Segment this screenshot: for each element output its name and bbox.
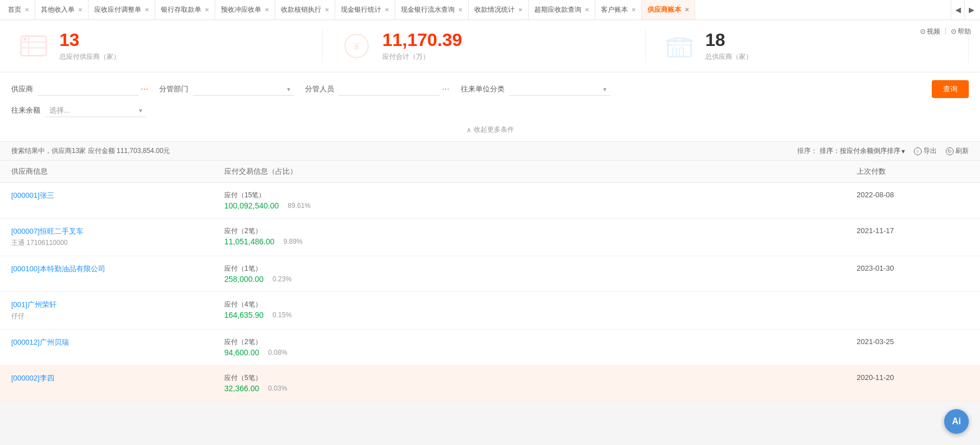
supplier-dots[interactable]: ··· [141,84,148,94]
close-tab-cash-bank-flow[interactable]: ✕ [458,7,463,13]
transaction-type-3: 应付（1笔） [224,264,857,274]
filter-section: 供应商 ··· 分管部门 分管人员 ··· 往来单位分类 [0,72,980,142]
lastpay-2: 2021-11-17 [857,226,969,235]
person-input[interactable] [339,82,440,96]
close-tab-other-income[interactable]: ✕ [78,7,82,13]
collapse-label: 收起更多条件 [474,125,514,135]
close-tab-prepay[interactable]: ✕ [265,7,269,13]
tab-prepay[interactable]: 预收冲应收单 ✕ [215,0,275,20]
payable-supplier-icon [17,29,50,63]
table-row[interactable]: [000002]李四 应付（5笔） 32,366.00 0.03% 2020-1… [0,365,980,401]
transaction-percent-4: 0.15% [272,311,292,319]
transaction-percent-1: 89.61% [288,202,311,210]
dept-select[interactable] [193,82,294,96]
close-tab-supplier-account[interactable]: ✕ [685,7,689,13]
col-header-transaction: 应付交易信息（占比） [224,166,857,177]
close-tab-ap-adj[interactable]: ✕ [145,7,149,13]
tab-supplier-account[interactable]: 供应商账本 ✕ [642,0,695,20]
svg-point-1 [24,38,26,40]
payable-amount-value: 11,170.39 [382,30,462,50]
table-row[interactable]: [001]广州荣轩 仔仔 应付（4笔） 164,635.90 0.15% [0,292,980,330]
supplier-info-4: [001]广州荣轩 仔仔 [11,300,224,321]
filter-person: 分管人员 ··· [305,82,449,96]
tab-other-income[interactable]: 其他收入单 ✕ [35,0,89,20]
transaction-type-2: 应付（2笔） [224,226,857,236]
tab-home[interactable]: 首页 ✕ [2,0,35,20]
lastpay-date-3: 2023-01-30 [857,264,894,272]
filter-category: 往来单位分类 [461,82,610,96]
supplier-link-4[interactable]: [001]广州荣轩 [11,300,57,309]
transaction-type-6: 应付（5笔） [224,373,857,383]
balance-label: 往来余额 [11,105,40,115]
table-row[interactable]: [000100]本特勤油品有限公司 应付（1笔） 258,000.00 0.23… [0,256,980,292]
supplier-input[interactable] [38,82,138,96]
lastpay-date-5: 2021-03-25 [857,337,894,346]
payable-amount-label: 应付合计（万） [382,52,462,62]
transaction-info-3: 应付（1笔） 258,000.00 0.23% [224,264,857,284]
export-button[interactable]: ○ 导出 [914,146,937,156]
close-tab-overdue[interactable]: ✕ [585,7,589,13]
transaction-row-6: 32,366.00 0.03% [224,384,857,393]
collapse-arrow: ∧ [466,126,471,134]
nav-arrows: ◀ ▶ [951,0,978,20]
help-link[interactable]: ⊙帮助 [951,27,971,36]
payable-supplier-count: 13 [59,30,120,50]
table-row[interactable]: [000007]恒旺二手叉车 王通 17106110000 应付（2笔） 11,… [0,219,980,256]
transaction-amount-5: 94,600.00 [224,348,259,357]
supplier-contact-2: 王通 17106110000 [11,238,224,248]
tab-collection-stat[interactable]: 收款情况统计 ✕ [469,0,529,20]
lastpay-1: 2022-08-08 [857,191,969,199]
tab-ap-adj[interactable]: 应收应付调整单 ✕ [89,0,155,20]
filter-supplier: 供应商 ··· [11,82,148,96]
query-button[interactable]: 查询 [932,80,969,98]
supplier-link-3[interactable]: [000100]本特勤油品有限公司 [11,265,105,273]
sort-link[interactable]: 排序：按应付余额倒序排序 ▾ [820,146,905,156]
nav-arrow-left[interactable]: ◀ [951,0,964,20]
close-tab-collection[interactable]: ✕ [325,7,329,13]
balance-select[interactable]: 选择... [45,104,146,117]
filter-row-2: 往来余额 选择... [11,104,969,117]
result-bar: 搜索结果中，供应商13家 应付金额 111,703,854.00元 排序： 排序… [0,142,980,161]
transaction-row-4: 164,635.90 0.15% [224,310,857,319]
close-tab-home[interactable]: ✕ [25,7,29,13]
transaction-amount-4: 164,635.90 [224,310,264,319]
refresh-button[interactable]: ↻ 刷新 [946,146,969,156]
total-supplier-label: 总供应商（家） [705,52,752,62]
supplier-link-1[interactable]: [000001]张三 [11,191,54,200]
svg-text:¥: ¥ [354,40,360,52]
close-tab-collection-stat[interactable]: ✕ [518,7,523,13]
collapse-bar[interactable]: ∧ 收起更多条件 [11,123,969,137]
close-tab-bank-deposit[interactable]: ✕ [205,7,209,13]
tab-cash-bank-flow[interactable]: 现金银行流水查询 ✕ [395,0,469,20]
sort-arrow: ▾ [902,147,905,155]
supplier-link-6[interactable]: [000002]李四 [11,374,54,382]
video-link[interactable]: ⊙视频 [920,27,940,36]
transaction-info-2: 应付（2笔） 11,051,486.00 9.89% [224,226,857,246]
tab-bank-deposit[interactable]: 银行存取款单 ✕ [155,0,215,20]
payable-supplier-label: 总应付供应商（家） [59,52,120,62]
total-supplier-content: 18 总供应商（家） [705,30,752,62]
tab-cash-bank-stat[interactable]: 现金银行统计 ✕ [335,0,395,20]
close-tab-cash-bank-stat[interactable]: ✕ [385,7,389,13]
supplier-link-5[interactable]: [000012]广州贝瑞 [11,338,69,346]
tab-collection[interactable]: 收款核销执行 ✕ [275,0,335,20]
dept-select-wrap [193,82,294,96]
person-label: 分管人员 [305,84,334,94]
transaction-row-5: 94,600.00 0.08% [224,348,857,357]
close-tab-customer-account[interactable]: ✕ [631,7,636,13]
person-dots[interactable]: ··· [442,84,449,94]
tab-customer-account[interactable]: 客户账本 ✕ [595,0,642,20]
table-row[interactable]: [000012]广州贝瑞 应付（2笔） 94,600.00 0.08% 2021… [0,330,980,365]
category-label: 往来单位分类 [461,84,505,94]
transaction-amount-1: 100,092,540.00 [224,201,279,210]
result-actions: 排序： 排序：按应付余额倒序排序 ▾ ○ 导出 ↻ 刷新 [797,146,969,156]
nav-arrow-right[interactable]: ▶ [964,0,978,20]
tab-overdue[interactable]: 超期应收款查询 ✕ [529,0,595,20]
supplier-link-2[interactable]: [000007]恒旺二手叉车 [11,227,84,235]
supplier-info-5: [000012]广州贝瑞 [11,337,224,347]
category-select[interactable] [509,82,610,96]
result-summary: 搜索结果中，供应商13家 应付金额 111,703,854.00元 [11,146,170,156]
lastpay-date-1: 2022-08-08 [857,191,894,199]
table-row[interactable]: [000001]张三 应付（15笔） 100,092,540.00 89.61%… [0,183,980,219]
svg-rect-6 [679,48,683,57]
